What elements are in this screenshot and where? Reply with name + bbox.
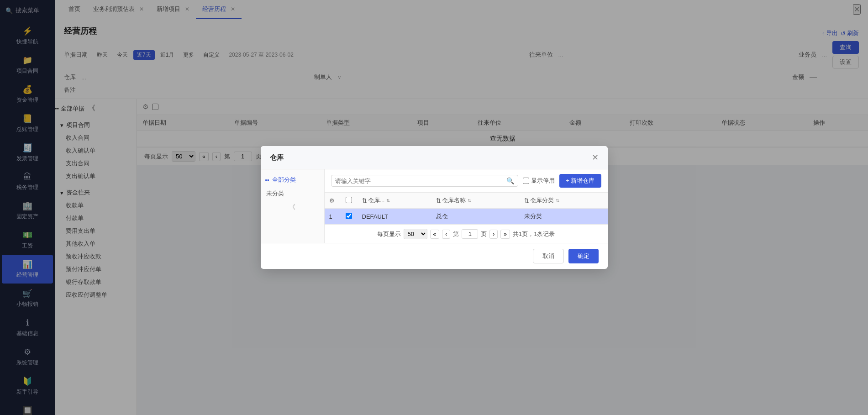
row-category: 未分类 xyxy=(520,209,608,225)
confirm-btn[interactable]: 确定 xyxy=(568,249,599,263)
col-name-label: 仓库名称 xyxy=(442,196,466,205)
col-category-label: 仓库分类 xyxy=(530,196,554,205)
modal-table-body: 1 DEFAULT 总仓 未分类 xyxy=(325,209,608,225)
modal-last-btn[interactable]: » xyxy=(500,230,510,239)
row-num: 1 xyxy=(325,209,341,225)
warehouse-modal: 仓库 ✕ ▪▪ 全部分类 未分类 《 xyxy=(261,146,608,269)
th-check xyxy=(341,193,358,209)
row-name: 总仓 xyxy=(431,209,520,225)
modal-next-btn[interactable]: › xyxy=(489,230,498,239)
modal-total-label: 共1页，1条记录 xyxy=(513,230,555,238)
modal-select-all[interactable] xyxy=(346,197,352,203)
modal-page-size-label: 每页显示 xyxy=(377,230,401,238)
th-category[interactable]: ⇅ 仓库分类 ⇅ xyxy=(520,193,608,209)
modal-category-items: 未分类 xyxy=(261,187,324,200)
modal-pagination: 每页显示 50 10 20 100 « ‹ 第 页 › » 共1页，1条记录 xyxy=(325,225,608,243)
th-gear: ⚙ xyxy=(325,193,341,209)
modal-toolbar: 🔍 显示停用 + 新增仓库 xyxy=(325,169,608,193)
modal-page-word: 第 xyxy=(453,230,459,238)
modal-page-label: 页 xyxy=(481,230,487,238)
modal-table-row[interactable]: 1 DEFAULT 总仓 未分类 xyxy=(325,209,608,225)
modal-category-未分类[interactable]: 未分类 xyxy=(261,187,324,200)
sort-icon-code: ⇅ xyxy=(386,198,390,203)
row-code: DEFAULT xyxy=(358,209,432,225)
th-name[interactable]: ⇅ 仓库名称 ⇅ xyxy=(431,193,520,209)
modal-body: ▪▪ 全部分类 未分类 《 🔍 显示停用 xyxy=(261,169,608,243)
modal-category-panel: ▪▪ 全部分类 未分类 《 xyxy=(261,169,325,243)
modal-page-input[interactable] xyxy=(462,229,478,239)
modal-search-input[interactable] xyxy=(335,178,504,184)
modal-header: 仓库 ✕ xyxy=(261,146,608,169)
modal-close-btn[interactable]: ✕ xyxy=(592,152,599,163)
search-icon: 🔍 xyxy=(506,177,514,184)
cancel-btn[interactable]: 取消 xyxy=(533,249,564,263)
modal-page-size-select[interactable]: 50 10 20 100 xyxy=(404,229,427,239)
modal-overlay: 仓库 ✕ ▪▪ 全部分类 未分类 《 xyxy=(0,0,868,415)
modal-right-panel: 🔍 显示停用 + 新增仓库 ⚙ xyxy=(325,169,608,243)
modal-table: ⚙ ⇅ 仓库... ⇅ xyxy=(325,193,608,225)
modal-title: 仓库 xyxy=(270,153,284,162)
show-disabled-checkbox[interactable] xyxy=(523,178,529,184)
modal-search-box: 🔍 xyxy=(331,175,519,187)
show-disabled-label: 显示停用 xyxy=(531,177,555,185)
row-checkbox[interactable] xyxy=(346,213,352,219)
col-code-label: 仓库... xyxy=(368,196,385,205)
modal-table-wrap: ⚙ ⇅ 仓库... ⇅ xyxy=(325,193,608,225)
th-code[interactable]: ⇅ 仓库... ⇅ xyxy=(358,193,432,209)
row-checkbox-cell xyxy=(341,209,358,225)
sort-icon: ⇅ xyxy=(362,197,367,204)
modal-collapse-btn[interactable]: 《 xyxy=(261,200,324,214)
add-warehouse-btn[interactable]: + 新增仓库 xyxy=(559,174,601,188)
sort-icon-name: ⇅ xyxy=(436,197,441,204)
sort-icon-cat: ⇅ xyxy=(524,197,529,204)
modal-all-category[interactable]: ▪▪ 全部分类 xyxy=(261,173,324,187)
modal-table-header: ⚙ ⇅ 仓库... ⇅ xyxy=(325,193,608,209)
modal-footer: 取消 确定 xyxy=(261,243,608,269)
show-disabled-check: 显示停用 xyxy=(523,177,555,185)
modal-prev-btn[interactable]: ‹ xyxy=(442,230,450,239)
gear-icon-modal[interactable]: ⚙ xyxy=(329,197,335,204)
grid-icon-modal: ▪▪ xyxy=(265,177,269,184)
modal-first-btn[interactable]: « xyxy=(430,230,440,239)
